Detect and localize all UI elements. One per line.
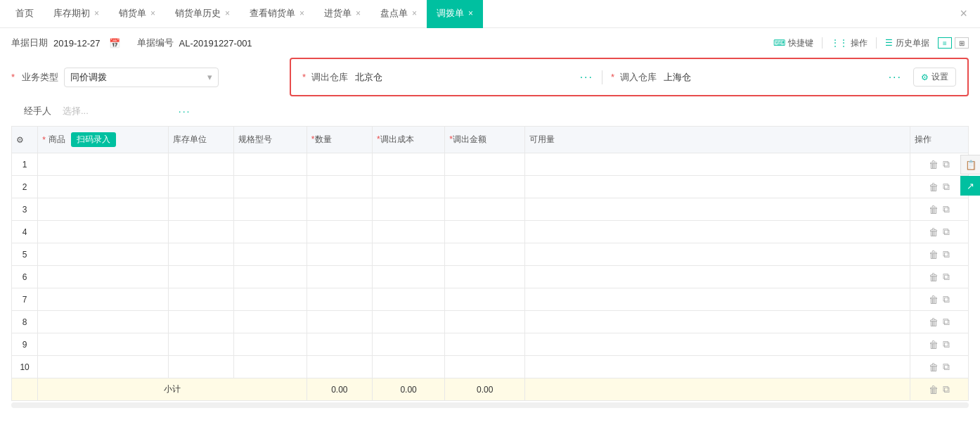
cell-unit-3[interactable] <box>169 198 234 221</box>
cell-available-4[interactable] <box>525 221 910 243</box>
agent-dots[interactable]: ··· <box>179 106 191 117</box>
cell-unit-8[interactable] <box>169 311 234 333</box>
cell-qty-10[interactable] <box>307 356 372 378</box>
cell-amount-5[interactable] <box>445 243 525 266</box>
cell-spec-1[interactable] <box>234 153 307 176</box>
tab-close-purchase[interactable]: × <box>356 8 361 18</box>
cell-cost-6[interactable] <box>372 266 444 288</box>
business-type-select[interactable]: 同价调拨 ▾ <box>64 68 219 87</box>
cell-cost-9[interactable] <box>372 333 444 356</box>
cell-product-8[interactable] <box>38 311 169 333</box>
cell-spec-2[interactable] <box>234 176 307 198</box>
cell-available-1[interactable] <box>525 153 910 176</box>
cell-amount-8[interactable] <box>445 311 525 333</box>
tab-close-sales-history[interactable]: × <box>225 8 230 18</box>
cell-qty-3[interactable] <box>307 198 372 221</box>
out-warehouse-dots[interactable]: ··· <box>580 71 593 84</box>
cell-spec-7[interactable] <box>234 288 307 311</box>
delete-icon-9[interactable]: 🗑 <box>929 339 939 350</box>
cell-qty-5[interactable] <box>307 243 372 266</box>
copy-icon-2[interactable]: ⧉ <box>943 181 950 193</box>
delete-icon-10[interactable]: 🗑 <box>929 362 939 373</box>
agent-input[interactable]: 选择... <box>63 105 89 117</box>
cell-unit-5[interactable] <box>169 243 234 266</box>
cell-amount-10[interactable] <box>445 356 525 378</box>
copy-icon-7[interactable]: ⧉ <box>943 293 950 305</box>
delete-icon-6[interactable]: 🗑 <box>929 272 939 283</box>
copy-icon-9[interactable]: ⧉ <box>943 338 950 350</box>
cell-spec-9[interactable] <box>234 333 307 356</box>
cell-available-3[interactable] <box>525 198 910 221</box>
tab-purchase[interactable]: 进货单 × <box>314 0 370 28</box>
cell-cost-8[interactable] <box>372 311 444 333</box>
delete-icon-1[interactable]: 🗑 <box>929 159 939 170</box>
tab-transfer[interactable]: 调拨单 × <box>427 0 483 28</box>
cell-unit-1[interactable] <box>169 153 234 176</box>
cell-cost-7[interactable] <box>372 288 444 311</box>
cell-product-5[interactable] <box>38 243 169 266</box>
layout-btn-grid[interactable]: ⊞ <box>955 37 969 49</box>
in-warehouse-dots[interactable]: ··· <box>889 71 902 84</box>
delete-icon-8[interactable]: 🗑 <box>929 317 939 328</box>
delete-icon-7[interactable]: 🗑 <box>929 294 939 305</box>
tab-inventory-init[interactable]: 库存期初 × <box>44 0 109 28</box>
cell-amount-3[interactable] <box>445 198 525 221</box>
cell-cost-1[interactable] <box>372 153 444 176</box>
cell-cost-4[interactable] <box>372 221 444 243</box>
cell-product-9[interactable] <box>38 333 169 356</box>
operation-btn[interactable]: ⋮⋮ 操作 <box>831 37 868 49</box>
cell-unit-2[interactable] <box>169 176 234 198</box>
tab-close-transfer[interactable]: × <box>468 8 473 18</box>
tab-home[interactable]: 首页 <box>6 0 44 28</box>
delete-icon-2[interactable]: 🗑 <box>929 181 939 193</box>
cell-spec-8[interactable] <box>234 311 307 333</box>
cell-qty-6[interactable] <box>307 266 372 288</box>
cell-cost-3[interactable] <box>372 198 444 221</box>
cell-product-4[interactable] <box>38 221 169 243</box>
cell-amount-6[interactable] <box>445 266 525 288</box>
layout-btn-list[interactable]: ≡ <box>938 37 952 49</box>
cell-available-7[interactable] <box>525 288 910 311</box>
float-export-btn[interactable]: ↗ <box>960 176 980 196</box>
tab-close-view-sales[interactable]: × <box>299 8 304 18</box>
cell-product-2[interactable] <box>38 176 169 198</box>
copy-icon-6[interactable]: ⧉ <box>943 271 950 283</box>
cell-available-9[interactable] <box>525 333 910 356</box>
cell-product-7[interactable] <box>38 288 169 311</box>
copy-icon-10[interactable]: ⧉ <box>943 361 950 373</box>
table-scroll-bar[interactable] <box>11 402 969 408</box>
tab-sales[interactable]: 销货单 × <box>109 0 165 28</box>
delete-icon-4[interactable]: 🗑 <box>929 227 939 238</box>
tab-sales-history[interactable]: 销货单历史 × <box>165 0 240 28</box>
cell-spec-5[interactable] <box>234 243 307 266</box>
tab-stocktake[interactable]: 盘点单 × <box>370 0 427 28</box>
cell-amount-1[interactable] <box>445 153 525 176</box>
cell-available-10[interactable] <box>525 356 910 378</box>
delete-icon-3[interactable]: 🗑 <box>929 204 939 215</box>
cell-product-3[interactable] <box>38 198 169 221</box>
cell-spec-6[interactable] <box>234 266 307 288</box>
cell-amount-4[interactable] <box>445 221 525 243</box>
cell-available-6[interactable] <box>525 266 910 288</box>
cell-unit-6[interactable] <box>169 266 234 288</box>
cell-available-5[interactable] <box>525 243 910 266</box>
copy-icon-5[interactable]: ⧉ <box>943 248 950 260</box>
cell-qty-1[interactable] <box>307 153 372 176</box>
cell-qty-4[interactable] <box>307 221 372 243</box>
cell-unit-7[interactable] <box>169 288 234 311</box>
tab-close-sales[interactable]: × <box>150 8 155 18</box>
th-gear[interactable]: ⚙ <box>12 127 38 153</box>
cell-qty-2[interactable] <box>307 176 372 198</box>
cell-spec-3[interactable] <box>234 198 307 221</box>
tab-close-inventory-init[interactable]: × <box>94 8 99 18</box>
cell-spec-4[interactable] <box>234 221 307 243</box>
tab-view-sales[interactable]: 查看销货单 × <box>240 0 314 28</box>
cell-available-2[interactable] <box>525 176 910 198</box>
cell-cost-2[interactable] <box>372 176 444 198</box>
subtotal-delete-icon[interactable]: 🗑 <box>929 384 939 395</box>
cell-unit-9[interactable] <box>169 333 234 356</box>
cell-spec-10[interactable] <box>234 356 307 378</box>
shortcut-btn[interactable]: ⌨ 快捷键 <box>773 37 813 49</box>
history-doc-btn[interactable]: ☰ 历史单据 <box>885 37 929 49</box>
scan-btn[interactable]: 扫码录入 <box>71 132 116 147</box>
